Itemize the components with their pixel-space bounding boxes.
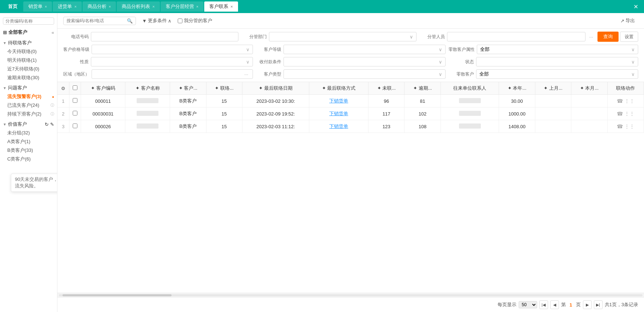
main-search-input[interactable] — [67, 18, 125, 23]
row-last-method-1[interactable]: 下销货单 — [309, 108, 369, 120]
action-more-icon-1[interactable]: ⋮⋮ — [624, 111, 635, 117]
window-close-button[interactable]: ✕ — [631, 3, 641, 10]
sidebar-item-a-class[interactable]: A类客户(1) — [0, 137, 57, 146]
first-page-btn[interactable]: |◀ — [539, 300, 548, 309]
main-search-icon[interactable]: 🔍 — [127, 18, 133, 24]
scroll-thumb[interactable] — [63, 294, 172, 296]
table-body: 1 000011 B类客户 15 2023-03-02 10:30: 下销货单 … — [57, 95, 644, 133]
sidebar-group-pending-title[interactable]: ▼ 待联络客户 — [0, 39, 57, 47]
sidebar-group-pending: ▼ 待联络客户 今天待联络(0) 明天待联络(1) 近7天待联络(0) 逾期未联… — [0, 39, 57, 82]
my-customers-checkbox-label[interactable]: 我分管的客户 — [178, 17, 212, 24]
tab-customer-contact[interactable]: 客户联系 × — [204, 1, 238, 12]
sidebar-item-churn-warning[interactable]: 流失预警客户(3) ● — [0, 92, 57, 101]
nature-select[interactable]: ∨ — [91, 57, 253, 66]
status-select[interactable]: ∨ — [476, 57, 638, 66]
settings-button[interactable]: 设置 — [620, 32, 638, 42]
customer-type-select[interactable]: ∨ — [283, 69, 446, 79]
export-icon: ↗ — [620, 18, 624, 24]
tab-product-list[interactable]: 商品分析列表 × — [117, 1, 160, 12]
tab-home[interactable]: 首页 — [3, 1, 23, 12]
action-contact-icon-2[interactable]: ☎ — [617, 123, 623, 129]
row-action-2: ☎ ⋮⋮ — [607, 120, 644, 133]
action-more-icon-2[interactable]: ⋮⋮ — [624, 123, 635, 129]
region-select[interactable]: ··· — [92, 69, 253, 79]
row-index-0: 1 — [57, 95, 69, 108]
query-button[interactable]: 查询 — [597, 32, 619, 42]
sidebar-item-declining[interactable]: 持续下滑客户(2) ⓘ — [0, 110, 57, 118]
row-last-method-0[interactable]: 下销货单 — [309, 95, 369, 108]
row-last-method-2[interactable]: 下销货单 — [309, 120, 369, 133]
export-btn[interactable]: ↗ 导出 — [617, 16, 638, 25]
sidebar-item-c-class[interactable]: C类客户(6) — [0, 155, 57, 163]
prev-page-btn[interactable]: ◀ — [550, 300, 559, 309]
content-area: 🔍 ▼ 更多条件 ∧ 我分管的客户 ↗ 导出 电话号码 — [57, 13, 644, 312]
col-settings-header[interactable]: ⚙ — [57, 82, 69, 95]
row-name-1 — [125, 108, 170, 120]
sidebar-collapse-icon[interactable]: « — [52, 30, 54, 35]
dept-select[interactable]: ∨ — [269, 32, 416, 41]
next-page-btn[interactable]: ▶ — [583, 300, 592, 309]
phone-input[interactable] — [91, 32, 238, 41]
last-page-btn[interactable]: ▶| — [594, 300, 603, 309]
sidebar-item-today[interactable]: 今天待联络(0) — [0, 47, 57, 56]
tab-product-analysis-close[interactable]: × — [109, 4, 111, 9]
tab-customer-tier[interactable]: 客户分层经营 × — [161, 1, 204, 12]
manager-select[interactable] — [447, 32, 585, 41]
action-contact-icon-1[interactable]: ☎ — [617, 111, 623, 117]
sidebar-item-ungroup[interactable]: 未分组(32) — [0, 129, 57, 137]
retail-customer-select[interactable]: 全部 ∨ — [476, 69, 638, 79]
col-settings-icon[interactable]: ⚙ — [61, 86, 65, 91]
manager-more-icon[interactable]: ··· — [588, 34, 595, 40]
value-edit-icon[interactable]: ✎ — [50, 122, 54, 127]
sidebar-item-b-class[interactable]: B类客户(33) — [0, 146, 57, 155]
sidebar-group-problem: ▼ 问题客户 流失预警客户(3) ● 90天未交易的客户，可能有流失风险。 已流… — [0, 84, 57, 118]
horizontal-scrollbar[interactable] — [57, 293, 644, 297]
price-level-select[interactable]: ∨ — [92, 45, 253, 54]
pending-arrow-icon: ▼ — [3, 41, 7, 45]
per-page-select[interactable]: 50 20 100 — [519, 301, 537, 308]
tab-customer-contact-close[interactable]: × — [230, 4, 233, 9]
row-checkbox-0[interactable] — [69, 95, 81, 108]
tab-purchase[interactable]: 进货单 × — [53, 1, 81, 12]
row-checkbox-1[interactable] — [69, 108, 81, 120]
row-name-2 — [125, 120, 170, 133]
retail-attr-select[interactable]: 全部 ∨ — [477, 45, 638, 54]
tab-sales-close[interactable]: × — [45, 4, 47, 9]
sidebar-item-overdue[interactable]: 逾期未联络(30) — [0, 73, 57, 82]
tab-sales[interactable]: 销货单 × — [23, 1, 52, 12]
data-table: ⚙ ✦ 客户编码 ✦ 客户名称 ✦ 客户... — [57, 82, 644, 133]
sidebar-search-input[interactable] — [5, 19, 57, 24]
tab-product-list-close[interactable]: × — [152, 4, 154, 9]
tab-purchase-close[interactable]: × — [74, 4, 76, 9]
sidebar-all-customers[interactable]: ⊞ 全部客户 « — [0, 28, 57, 37]
more-arrow-icon: ∧ — [168, 18, 172, 24]
value-refresh-icon[interactable]: ↻ — [45, 122, 49, 127]
action-contact-icon-0[interactable]: ☎ — [617, 98, 623, 104]
payment-select[interactable]: ∨ — [283, 57, 446, 66]
region-more-icon[interactable]: ··· — [243, 72, 250, 77]
col-code-label: ✦ 客户编码 — [91, 85, 115, 91]
filter-region: 区域（地区） ··· — [63, 69, 253, 79]
sidebar-item-tomorrow[interactable]: 明天待联络(1) — [0, 56, 57, 65]
my-customers-checkbox[interactable] — [178, 19, 182, 23]
search-box[interactable]: 🔍 — [63, 17, 136, 25]
action-more-icon-0[interactable]: ⋮⋮ — [624, 98, 635, 104]
more-conditions-btn[interactable]: ▼ 更多条件 ∧ — [139, 16, 175, 25]
row-last-date-0: 2023-03-02 10:30: — [242, 95, 309, 108]
churned-label: 已流失客户(24) — [7, 102, 39, 109]
tab-product-analysis[interactable]: 商品分析 × — [82, 1, 116, 12]
sidebar-group-value: ▼ 价值客户 ↻ ✎ 未分组(32) A类客户(1) B类客户(33) C类客户… — [0, 120, 57, 163]
select-all-checkbox[interactable] — [73, 85, 77, 90]
sidebar-search-box[interactable]: 🔍 — [3, 17, 54, 25]
declining-info-icon: ⓘ — [51, 112, 54, 117]
sidebar-item-churned[interactable]: 已流失客户(24) ⓘ — [0, 101, 57, 110]
row-checkbox-2[interactable] — [69, 120, 81, 133]
sidebar-group-problem-title[interactable]: ▼ 问题客户 — [0, 84, 57, 92]
tab-customer-tier-close[interactable]: × — [196, 4, 198, 9]
customer-level-select[interactable]: ∨ — [283, 45, 446, 54]
row-linked-contact-1 — [440, 108, 499, 120]
sidebar-group-value-title[interactable]: ▼ 价值客户 ↻ ✎ — [0, 120, 57, 129]
price-level-arrow-icon: ∨ — [246, 47, 250, 52]
sidebar-item-7days[interactable]: 近7天待联络(0) — [0, 65, 57, 73]
row-index-1: 2 — [57, 108, 69, 120]
